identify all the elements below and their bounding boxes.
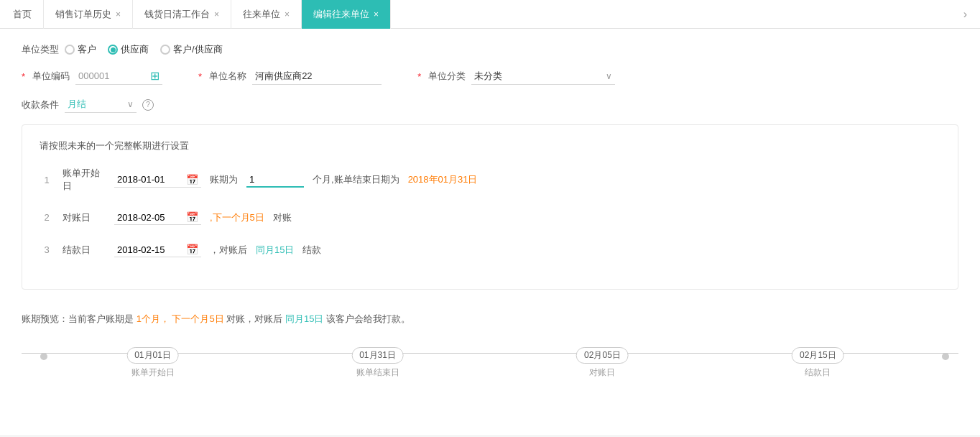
- radio-customer[interactable]: 客户: [65, 43, 96, 56]
- row-3-highlight: 同月15日: [256, 244, 294, 257]
- timeline-point-reconcile: 02月05日 对账日: [576, 347, 629, 379]
- preview-part2: 下一个月5日: [172, 313, 223, 324]
- row-3-calendar-icon[interactable]: 📅: [186, 244, 198, 255]
- bill-end-label: 账单结束日: [356, 367, 399, 379]
- radio-supplier-circle: [108, 45, 118, 55]
- unit-type-label: 单位类型: [22, 43, 59, 56]
- tab-sales-order-label: 销售订单历史: [55, 8, 111, 21]
- row-2-calendar-icon[interactable]: 📅: [186, 211, 198, 223]
- tab-cash-ledger-label: 钱货日清工作台: [144, 8, 210, 21]
- start-dot: [40, 353, 47, 360]
- tab-partner-unit[interactable]: 往来单位 ×: [231, 0, 302, 29]
- tab-edit-partner-unit-close[interactable]: ×: [374, 10, 379, 19]
- timeline-point-bill-start: 01月01日 账单开始日: [126, 347, 179, 379]
- tab-cash-ledger-close[interactable]: ×: [214, 10, 219, 19]
- tab-cash-ledger[interactable]: 钱货日清工作台 ×: [133, 0, 231, 29]
- payment-terms-row: 收款条件 月结 ∨ ?: [22, 96, 958, 113]
- row-2-highlight: ,下一个月5日: [210, 211, 264, 224]
- unit-type-row: 单位类型 客户 供应商 客户/供应商: [22, 43, 958, 56]
- payment-terms-chevron-icon: ∨: [127, 99, 134, 109]
- payment-label: 结款日: [805, 367, 831, 379]
- radio-both[interactable]: 客户/供应商: [160, 43, 223, 56]
- page-content: 单位类型 客户 供应商 客户/供应商 * 单位编码: [0, 29, 980, 435]
- timeline-container: 01月01日 账单开始日 01月31日 账单结束日 02月05日 对账日 02月…: [22, 340, 958, 412]
- row-3-prefix: ，对账后: [210, 244, 247, 257]
- unit-code-input[interactable]: [78, 70, 150, 81]
- radio-customer-circle: [65, 45, 75, 55]
- timeline-point-bill-end: 01月31日 账单结束日: [351, 347, 404, 379]
- timeline-start-dot: [40, 353, 47, 364]
- row-1-date-field[interactable]: [117, 174, 182, 185]
- row-3-suffix: 结款: [302, 244, 321, 257]
- unit-category-group: * 单位分类 未分类 ∨: [417, 68, 615, 85]
- preview-part4: 同月15日: [285, 313, 323, 324]
- timeline-point-payment: 02月15日 结款日: [792, 347, 844, 379]
- row-3-label: 结款日: [63, 244, 106, 257]
- unit-code-input-wrapper: ⊞: [75, 68, 162, 85]
- payment-terms-value: 月结: [68, 98, 124, 111]
- unit-category-select[interactable]: 未分类 ∨: [471, 68, 615, 85]
- payment-terms-group: 收款条件 月结 ∨ ?: [22, 96, 154, 113]
- radio-group-unit-type: 客户 供应商 客户/供应商: [65, 43, 223, 56]
- unit-code-icon[interactable]: ⊞: [150, 69, 160, 83]
- reconcile-badge: 02月05日: [576, 347, 629, 364]
- row-3-date-input: 📅: [114, 242, 201, 257]
- unit-name-input[interactable]: [252, 68, 382, 85]
- unit-category-label: 单位分类: [428, 70, 466, 83]
- row-3-date-field[interactable]: [117, 244, 182, 255]
- unit-code-group: * 单位编码 ⊞: [22, 68, 162, 85]
- payment-terms-label: 收款条件: [22, 98, 59, 111]
- bill-start-badge: 01月01日: [126, 347, 179, 364]
- timeline-points: 01月01日 账单开始日 01月31日 账单结束日 02月05日 对账日 02月…: [22, 347, 958, 390]
- tab-edit-partner-unit[interactable]: 编辑往来单位 ×: [302, 0, 391, 29]
- tab-home-label: 首页: [13, 8, 32, 21]
- setting-row-3: 3 结款日 📅 ，对账后 同月15日 结款: [40, 242, 940, 257]
- tab-partner-unit-label: 往来单位: [243, 8, 280, 21]
- unit-name-group: * 单位名称: [198, 68, 382, 85]
- radio-both-label: 客户/供应商: [173, 43, 223, 56]
- tab-partner-unit-close[interactable]: ×: [285, 10, 290, 19]
- setting-row-2: 2 对账日 📅 ,下一个月5日 对账: [40, 210, 940, 225]
- preview-part3: 对账，对账后: [226, 313, 282, 324]
- radio-both-circle: [160, 45, 170, 55]
- tab-home[interactable]: 首页: [6, 0, 44, 29]
- tab-expand-icon[interactable]: ›: [956, 8, 974, 21]
- unit-name-required: *: [198, 71, 202, 82]
- row-1-period-input[interactable]: [246, 172, 304, 188]
- row-1-num: 1: [40, 175, 54, 185]
- unit-type-group: 单位类型 客户 供应商 客户/供应商: [22, 43, 223, 56]
- row-1-highlight-date: 2018年01月31日: [408, 173, 478, 186]
- unit-name-label: 单位名称: [209, 70, 246, 83]
- settings-card: 请按照未来的一个完整帐期进行设置 1 账单开始日 📅 账期为 个月,账单结束日期…: [22, 124, 958, 290]
- radio-customer-label: 客户: [78, 43, 96, 56]
- row-2-label: 对账日: [63, 211, 106, 224]
- row-1-label: 账单开始日: [63, 167, 106, 193]
- row-3-num: 3: [40, 244, 54, 255]
- unit-info-row: * 单位编码 ⊞ * 单位名称 * 单位分类 未分类 ∨: [22, 68, 958, 85]
- preview-part5: 该客户会给我打款。: [326, 313, 410, 324]
- unit-category-chevron-icon: ∨: [606, 71, 612, 81]
- setting-row-1: 1 账单开始日 📅 账期为 个月,账单结束日期为 2018年01月31日: [40, 167, 940, 193]
- unit-code-required: *: [22, 71, 25, 82]
- preview-text: 账期预览：当前客户账期是 1个月， 下一个月5日 对账，对账后 同月15日 该客…: [22, 313, 958, 326]
- preview-label: 账期预览：当前客户账期是: [22, 313, 134, 324]
- settings-card-title: 请按照未来的一个完整帐期进行设置: [40, 139, 940, 152]
- row-2-date-input: 📅: [114, 210, 201, 225]
- timeline-end-dot: [942, 353, 949, 364]
- radio-supplier-label: 供应商: [121, 43, 149, 56]
- tab-bar: 首页 销售订单历史 × 钱货日清工作台 × 往来单位 × 编辑往来单位 × ›: [0, 0, 980, 29]
- row-2-date-field[interactable]: [117, 212, 182, 223]
- tab-sales-order[interactable]: 销售订单历史 ×: [44, 0, 133, 29]
- row-1-suffix-before: 账期为: [210, 173, 238, 186]
- unit-category-value: 未分类: [474, 70, 603, 83]
- tab-edit-partner-unit-label: 编辑往来单位: [313, 8, 369, 21]
- preview-part1: 1个月，: [137, 313, 170, 324]
- payment-terms-help-icon[interactable]: ?: [142, 99, 154, 111]
- row-2-num: 2: [40, 212, 54, 223]
- radio-supplier[interactable]: 供应商: [108, 43, 149, 56]
- tab-sales-order-close[interactable]: ×: [116, 10, 121, 19]
- row-1-calendar-icon[interactable]: 📅: [186, 174, 198, 185]
- payment-terms-select[interactable]: 月结 ∨: [65, 96, 137, 113]
- unit-category-required: *: [417, 71, 421, 82]
- row-1-suffix-after: 个月,账单结束日期为: [313, 173, 399, 186]
